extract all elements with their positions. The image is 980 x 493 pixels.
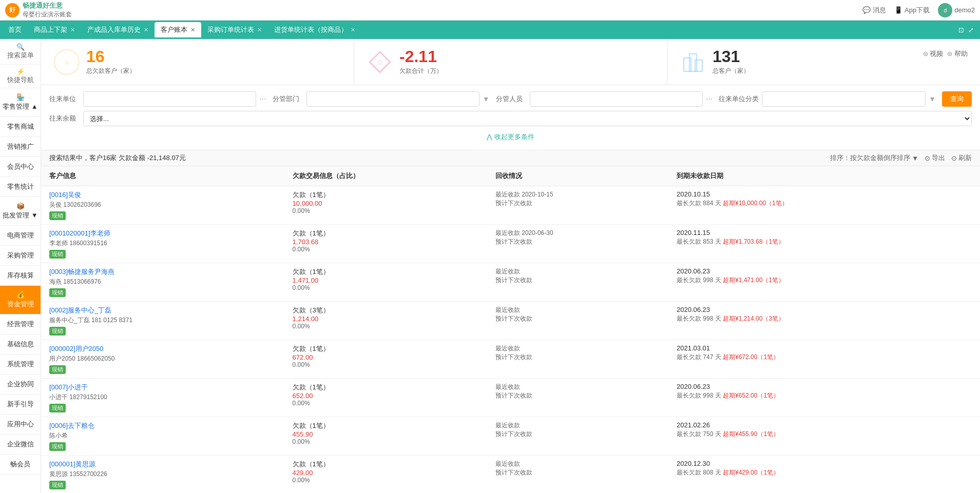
collapse-icon: ⋀	[487, 133, 492, 141]
sidebar-item-purchase[interactable]: 采购管理	[0, 246, 41, 266]
sidebar-item-vip[interactable]: 畅会员	[0, 455, 41, 475]
wholesale-label: 批发管理 ▼	[3, 211, 37, 220]
export-button[interactable]: ⊙ 导出	[925, 153, 945, 163]
sidebar-item-collab[interactable]: 企业协同	[0, 374, 41, 395]
customer-name-0[interactable]: [0016]吴俊	[49, 190, 276, 200]
customer-name-1[interactable]: [0001020001]李老师	[49, 229, 276, 238]
overdue-link-2[interactable]: 超期¥1,471.00（1笔）	[723, 277, 784, 284]
debt-ratio-6: 0.00%	[293, 438, 479, 445]
debt-amount-5[interactable]: 652.00	[293, 392, 479, 400]
debt-amount-7[interactable]: 429.00	[293, 469, 479, 477]
filter-balance-select[interactable]: 选择...	[83, 111, 972, 126]
tab-customer-account[interactable]: 客户账本 ✕	[155, 22, 201, 37]
filter-dept: 分管部门 ▼	[273, 91, 490, 107]
filter-dept-input[interactable]	[306, 91, 479, 107]
debt-amount-6[interactable]: 455.90	[293, 430, 479, 438]
overdue-link-7[interactable]: 超期¥429.00（1笔）	[723, 469, 779, 476]
tab-purchase-stats[interactable]: 采购订单统计表 ✕	[201, 22, 268, 37]
quicknav-label: 快捷导航	[0, 75, 41, 85]
message-button[interactable]: 💬 消息	[862, 6, 886, 15]
close-tab-customer-account[interactable]: ✕	[190, 27, 195, 33]
customer-name-6[interactable]: [0006]去下粮仓	[49, 421, 276, 430]
overdue-link-0[interactable]: 超期¥10,000.00（1笔）	[723, 200, 788, 207]
sidebar-item-basic-info[interactable]: 基础信息	[0, 334, 41, 354]
tab-production-history[interactable]: 产成品入库单历史 ✕	[81, 22, 155, 37]
sidebar-item-retail-mgmt[interactable]: 🏪 零售管理 ▲	[0, 88, 41, 117]
sort-button[interactable]: 排序：按欠款金额倒序排序 ▼	[830, 153, 918, 163]
overdue-link-1[interactable]: 超期¥1,703.68（1笔）	[723, 238, 784, 245]
cell-collection-4: 最近收款 预计下次收款	[487, 340, 668, 379]
sidebar-item-member[interactable]: 会员中心	[0, 157, 41, 177]
filter-category-dropdown[interactable]: ▼	[929, 95, 936, 103]
debt-amount-3[interactable]: 1,214.00	[293, 315, 479, 323]
debt-count-1: 欠款（1笔）	[293, 229, 479, 238]
filter-category: 往来单位分类 ▼	[719, 91, 936, 107]
debt-count-7: 欠款（1笔）	[293, 460, 479, 469]
help-button[interactable]: ⊙ 帮助	[947, 49, 968, 58]
message-label: 消息	[873, 6, 886, 15]
customer-name-3[interactable]: [0002]服务中心_丁磊	[49, 306, 276, 315]
tab-inbound-stats[interactable]: 进货单统计表（按商品） ✕	[268, 22, 361, 37]
sidebar-item-retail-mall[interactable]: 零售商城	[0, 117, 41, 137]
weixin-label: 企业微信	[7, 440, 34, 449]
overdue-link-6[interactable]: 超期¥455.90（1笔）	[723, 430, 779, 438]
sidebar-item-weixin[interactable]: 企业微信	[0, 435, 41, 455]
filter-person-more[interactable]: ···	[706, 94, 713, 104]
filter-dept-dropdown[interactable]: ▼	[483, 95, 490, 103]
sidebar-item-ecommerce[interactable]: 电商管理	[0, 226, 41, 246]
cell-collection-3: 最近收款 预计下次收款	[487, 302, 668, 340]
sidebar-item-inventory[interactable]: 库存核算	[0, 266, 41, 286]
table-row: [0007]小进干 小进干 18279152100 现销 欠款（1笔） 652.…	[41, 379, 980, 417]
customer-name-7[interactable]: [000001]黄思源	[49, 460, 276, 469]
tab-inbound-stats-label: 进货单统计表（按商品）	[274, 25, 348, 34]
sidebar-item-system[interactable]: 系统管理	[0, 354, 41, 374]
sidebar-item-marketing[interactable]: 营销推广	[0, 137, 41, 157]
close-tab-inbound-stats[interactable]: ✕	[351, 27, 355, 33]
filter-person-input[interactable]	[530, 91, 703, 107]
sidebar-item-wholesale[interactable]: 📦 批发管理 ▼	[0, 197, 41, 226]
app-download-button[interactable]: 📱 App下载	[894, 6, 930, 15]
customer-name-2[interactable]: [0003]畅捷服务尹海燕	[49, 267, 276, 277]
close-tab-purchase-stats[interactable]: ✕	[257, 27, 262, 33]
debt-amount-0[interactable]: 10,000.00	[293, 200, 479, 207]
sidebar-item-app-center[interactable]: 应用中心	[0, 415, 41, 435]
debt-amount-2[interactable]: 1,471.00	[293, 277, 479, 284]
overdue-link-4[interactable]: 超期¥672.00（1笔）	[723, 353, 779, 361]
filter-customer-more[interactable]: ···	[259, 94, 266, 104]
customer-name-4[interactable]: [000002]用户2050	[49, 344, 276, 353]
refresh-button[interactable]: ⊙ 刷新	[951, 153, 972, 163]
sidebar-item-operations[interactable]: 经营管理	[0, 314, 41, 334]
sidebar-item-quicknav[interactable]: ⚡ 快捷导航	[0, 65, 41, 88]
last-collection-7: 最近收款	[495, 460, 660, 468]
overdue-link-5[interactable]: 超期¥652.00（1笔）	[723, 392, 779, 399]
cell-customer-4: [000002]用户2050 用户2050 18665062050 现销	[41, 340, 284, 379]
last-collection-4: 最近收款	[495, 344, 660, 353]
debt-amount-4[interactable]: 672.00	[293, 353, 479, 361]
collapse-button[interactable]: ⋀ 收起更多条件	[49, 130, 972, 144]
sidebar-item-search[interactable]: 🔍 搜索菜单	[0, 39, 41, 65]
sidebar-item-guide[interactable]: 新手引导	[0, 395, 41, 415]
restore-icon[interactable]: ⊡	[958, 26, 964, 34]
top-bar: 好 畅捷通好生意 母婴行业演示账套 💬 消息 📱 App下载 d demo2	[0, 0, 980, 21]
sidebar-item-finance[interactable]: 💰 资金管理	[0, 286, 41, 314]
col-collection: 回收情况	[487, 166, 668, 186]
tab-home[interactable]: 首页	[2, 22, 28, 37]
tab-product-listing[interactable]: 商品上下架 ✕	[28, 22, 81, 37]
stat-debt-label: 欠款合计（万）	[399, 67, 655, 75]
overdue-link-3[interactable]: 超期¥1,214.00（3笔）	[723, 315, 784, 322]
next-collection-0: 预计下次收款	[495, 199, 660, 208]
retail-mgmt-icon: 🏪	[16, 93, 25, 101]
sidebar-item-retail-stats[interactable]: 零售统计	[0, 177, 41, 197]
export-icon: ⊙	[925, 154, 930, 162]
video-help-button[interactable]: ⊙ 视频	[923, 49, 944, 58]
user-menu[interactable]: d demo2	[938, 3, 975, 17]
filter-category-input[interactable]	[762, 91, 926, 107]
customer-name-5[interactable]: [0007]小进干	[49, 383, 276, 392]
search-button[interactable]: 查询	[942, 91, 972, 107]
next-collection-4: 预计下次收款	[495, 353, 660, 362]
expand-icon[interactable]: ⤢	[968, 26, 974, 34]
debt-amount-1[interactable]: 1,703.68	[293, 238, 479, 246]
close-tab-production-history[interactable]: ✕	[144, 27, 148, 33]
close-tab-product-listing[interactable]: ✕	[70, 27, 75, 33]
filter-customer-input[interactable]	[83, 91, 256, 107]
